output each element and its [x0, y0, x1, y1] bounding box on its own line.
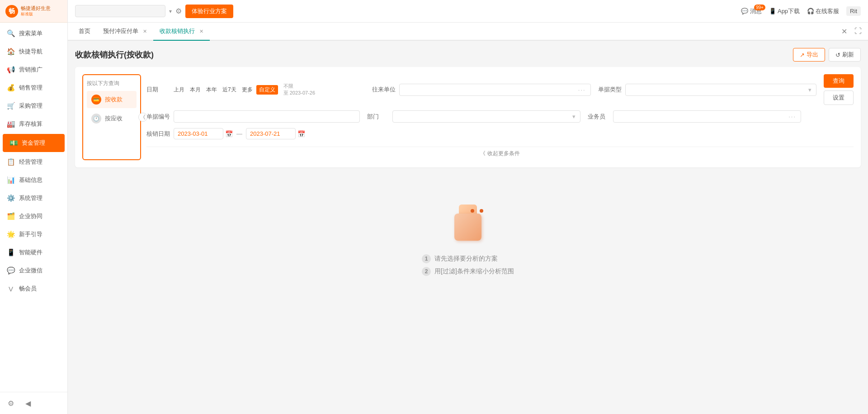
sidebar-icon-13: 💬	[6, 266, 15, 275]
page-content: 收款核销执行(按收款) ↗ 导出 ↺ 刷新 按以下方查询 💳	[68, 41, 868, 414]
date-last-month-button[interactable]: 上月	[172, 85, 186, 95]
header-right: 💬 消息 99+ 📱 App下载 🎧 在线客服 Rit	[741, 6, 861, 16]
dept-filter-group: 部门 ▾	[367, 110, 580, 123]
app-download-button[interactable]: 📱 App下载	[769, 7, 800, 15]
top-header: ▾ ⚙ 体验行业方案 💬 消息 99+ 📱 App下载 🎧 在线客服 Rit	[68, 0, 868, 23]
collapse-query-panel-button[interactable]: 《	[138, 113, 147, 122]
message-button[interactable]: 💬 消息 99+	[741, 7, 762, 15]
date-label: 日期	[146, 86, 168, 94]
verify-date-filter-group: 核销日期 📅 — 📅	[146, 128, 854, 139]
partner-ellipsis: ···	[578, 86, 586, 93]
date-7days-button[interactable]: 近7天	[221, 85, 238, 95]
more-conditions-toggle[interactable]: 《 收起更多条件	[146, 147, 854, 160]
sidebar-item-新手引导[interactable]: 🌟新手引导	[0, 225, 67, 243]
doc-type-label: 单据类型	[598, 86, 622, 94]
tab-首页[interactable]: 首页	[72, 23, 97, 41]
verify-date-start-group: 📅	[174, 128, 233, 139]
sidebar-icon-1: 🏠	[6, 47, 15, 56]
online-service-button[interactable]: 🎧 在线客服	[807, 7, 839, 15]
filter-fields: 日期 上月 本月 本年 近7天 更多 自定义 不限至 2023-07-26	[146, 74, 854, 160]
sidebar-icon-10: 🗂️	[6, 212, 15, 221]
sidebar-item-畅会员[interactable]: V畅会员	[0, 280, 67, 298]
sidebar-item-营销推广[interactable]: 📢营销推广	[0, 61, 67, 79]
service-icon: 🎧	[807, 8, 814, 14]
verify-date-start-calendar-icon[interactable]: 📅	[225, 130, 233, 138]
sidebar-item-智能硬件[interactable]: 📱智能硬件	[0, 243, 67, 262]
sidebar-item-搜索菜单[interactable]: 🔍搜索菜单	[0, 24, 67, 43]
date-more-button[interactable]: 更多	[240, 85, 255, 95]
voucher-no-label: 单据编号	[146, 113, 170, 121]
close-window-button[interactable]: ✕	[840, 27, 849, 36]
sidebar-item-基础信息[interactable]: 📊基础信息	[0, 171, 67, 189]
window-buttons: ✕ ⛶	[840, 27, 863, 36]
export-icon: ↗	[800, 52, 805, 58]
refresh-button[interactable]: ↺ 刷新	[829, 48, 861, 62]
industry-solution-button[interactable]: 体验行业方案	[185, 5, 233, 18]
date-custom-button[interactable]: 自定义	[256, 85, 278, 95]
voucher-no-input[interactable]	[174, 110, 360, 123]
message-icon: 💬	[741, 8, 748, 14]
sidebar-item-采购管理[interactable]: 🛒采购管理	[0, 97, 67, 115]
sidebar-icon-11: 🌟	[6, 230, 15, 239]
tab-close-预付冲应付单[interactable]: ✕	[143, 29, 147, 34]
refresh-icon: ↺	[835, 52, 840, 58]
query-btn-group: 查询 设置	[824, 74, 854, 105]
sidebar-icon-14: V	[6, 284, 15, 293]
tab-预付冲应付单[interactable]: 预付冲应付单✕	[97, 23, 153, 41]
receivable-icon: 🕐	[91, 114, 101, 124]
sidebar-item-经营管理[interactable]: 📋经营管理	[0, 153, 67, 171]
export-button[interactable]: ↗ 导出	[793, 48, 825, 62]
staff-select[interactable]: ···	[613, 110, 801, 123]
setting-button[interactable]: 设置	[824, 90, 854, 105]
sidebar-item-销售管理[interactable]: 💰销售管理	[0, 79, 67, 97]
query-option-by-receipt[interactable]: 💳 按收款	[87, 91, 137, 108]
maximize-window-button[interactable]: ⛶	[853, 27, 863, 36]
sidebar-item-企业协同[interactable]: 🗂️企业协同	[0, 207, 67, 225]
date-separator: —	[236, 130, 242, 137]
dept-chevron-icon: ▾	[572, 113, 576, 120]
robot-illustration	[450, 205, 486, 241]
query-option-by-receivable[interactable]: 🕐 按应收	[87, 110, 137, 127]
empty-state: 1 请先选择要分析的方案 2 用[过滤]条件来缩小分析范围	[75, 173, 861, 303]
query-button[interactable]: 查询	[824, 74, 854, 88]
message-badge: 99+	[754, 5, 765, 10]
settings-icon[interactable]: ⚙	[5, 397, 17, 409]
sidebar-item-库存核算[interactable]: 🏭库存核算	[0, 115, 67, 133]
sidebar-icon-6: 💵	[9, 138, 18, 148]
app-name: 畅捷通好生意	[21, 5, 51, 11]
user-avatar[interactable]: Rit	[846, 6, 861, 16]
sidebar-item-系统管理[interactable]: ⚙️系统管理	[0, 189, 67, 207]
doc-type-chevron-icon: ▾	[808, 86, 811, 93]
sidebar-logo: 畅 畅捷通好生意 标准版	[0, 0, 67, 23]
dept-select[interactable]: ▾	[392, 110, 580, 123]
sidebar-item-资金管理[interactable]: 💵资金管理	[3, 134, 65, 152]
header-chevron-icon[interactable]: ▾	[169, 8, 172, 14]
header-gear-icon[interactable]: ⚙	[175, 7, 182, 15]
empty-tip-2: 2 用[过滤]条件来缩小分析范围	[422, 267, 514, 276]
date-this-year-button[interactable]: 本年	[204, 85, 219, 95]
collapse-sidebar-button[interactable]: ◀	[22, 397, 34, 409]
collapse-icon: 《	[480, 150, 486, 157]
empty-illustration	[441, 200, 495, 245]
filter-row-3: 核销日期 📅 — 📅	[146, 128, 854, 139]
tab-close-收款核销执行[interactable]: ✕	[199, 29, 203, 34]
page-actions: ↗ 导出 ↺ 刷新	[793, 48, 861, 62]
date-this-month-button[interactable]: 本月	[188, 85, 203, 95]
voucher-no-filter-group: 单据编号	[146, 110, 360, 123]
sidebar-item-快捷导航[interactable]: 🏠快捷导航	[0, 43, 67, 61]
partner-filter-group: 往来单位 ···	[372, 84, 590, 96]
tab-收款核销执行[interactable]: 收款核销执行✕	[153, 23, 210, 41]
header-search-box[interactable]	[75, 5, 165, 17]
dept-label: 部门	[367, 113, 389, 121]
sidebar-item-企业微信[interactable]: 💬企业微信	[0, 262, 67, 280]
verify-date-start-input[interactable]	[174, 128, 223, 139]
sidebar-icon-4: 🛒	[6, 101, 15, 110]
verify-date-end-calendar-icon[interactable]: 📅	[297, 130, 305, 138]
date-filter-group: 日期 上月 本月 本年 近7天 更多 自定义 不限至 2023-07-26	[146, 83, 365, 96]
doc-type-select[interactable]: ▾	[625, 84, 816, 96]
sidebar-icon-8: 📊	[6, 176, 15, 185]
verify-date-end-input[interactable]	[246, 128, 296, 139]
partner-select[interactable]: ···	[399, 84, 590, 96]
staff-label: 业务员	[588, 113, 609, 121]
date-quick-buttons: 上月 本月 本年 近7天 更多 自定义	[172, 85, 278, 95]
